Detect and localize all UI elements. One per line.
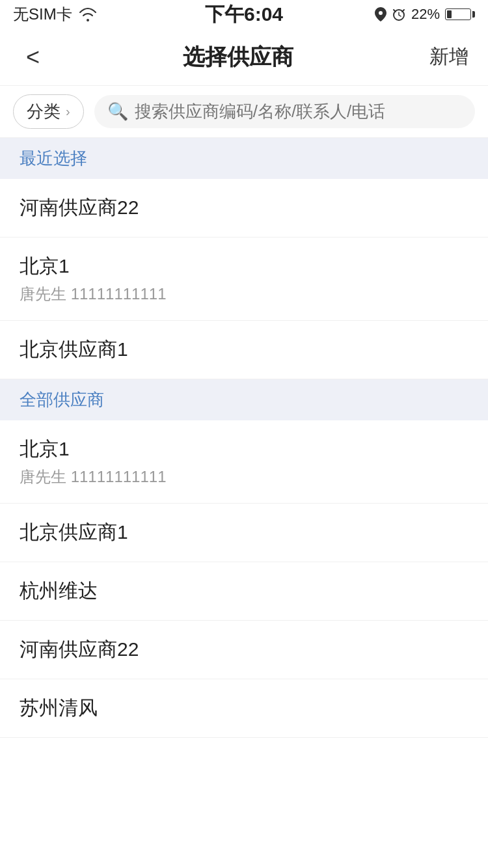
search-box[interactable]: 🔍 <box>94 95 475 128</box>
filter-bar: 分类 › 🔍 <box>0 86 488 138</box>
item-name: 北京1 <box>20 436 468 463</box>
carrier-text: 无SIM卡 <box>13 4 72 25</box>
list-item[interactable]: 北京1唐先生 11111111111 <box>0 420 488 504</box>
wifi-icon <box>79 7 97 21</box>
nav-bar: < 选择供应商 新增 <box>0 29 488 86</box>
list-item[interactable]: 北京1唐先生 11111111111 <box>0 237 488 321</box>
list-item[interactable]: 河南供应商22 <box>0 179 488 237</box>
back-button[interactable]: < <box>20 37 46 77</box>
location-icon <box>375 7 386 21</box>
list-item[interactable]: 杭州维达 <box>0 562 488 621</box>
section-header-all: 全部供应商 <box>0 379 488 420</box>
item-name: 杭州维达 <box>20 578 468 604</box>
battery-percentage: 22% <box>411 6 440 23</box>
status-time: 下午6:04 <box>205 1 283 28</box>
section-header-recent: 最近选择 <box>0 138 488 179</box>
item-name: 北京供应商1 <box>20 336 468 363</box>
page-title: 选择供应商 <box>183 42 293 72</box>
search-input[interactable] <box>135 102 462 122</box>
item-name: 苏州清风 <box>20 695 468 722</box>
list-container: 最近选择河南供应商22北京1唐先生 11111111111北京供应商1全部供应商… <box>0 138 488 738</box>
alarm-icon <box>392 7 406 21</box>
chevron-right-icon: › <box>66 104 70 119</box>
category-label: 分类 <box>27 100 61 123</box>
item-sub: 唐先生 11111111111 <box>20 467 468 487</box>
status-right: 22% <box>375 6 475 23</box>
category-button[interactable]: 分类 › <box>13 94 84 129</box>
item-sub: 唐先生 11111111111 <box>20 284 468 305</box>
item-name: 河南供应商22 <box>20 636 468 663</box>
list-item[interactable]: 北京供应商1 <box>0 321 488 379</box>
list-item[interactable]: 河南供应商22 <box>0 621 488 679</box>
list-item[interactable]: 苏州清风 <box>0 679 488 738</box>
item-name: 北京供应商1 <box>20 519 468 546</box>
status-left: 无SIM卡 <box>13 4 97 25</box>
battery-icon <box>445 8 475 20</box>
list-item[interactable]: 北京供应商1 <box>0 504 488 562</box>
item-name: 北京1 <box>20 253 468 280</box>
search-icon: 🔍 <box>107 102 128 122</box>
item-name: 河南供应商22 <box>20 195 468 221</box>
status-bar: 无SIM卡 下午6:04 22% <box>0 0 488 29</box>
add-button[interactable]: 新增 <box>429 44 468 70</box>
